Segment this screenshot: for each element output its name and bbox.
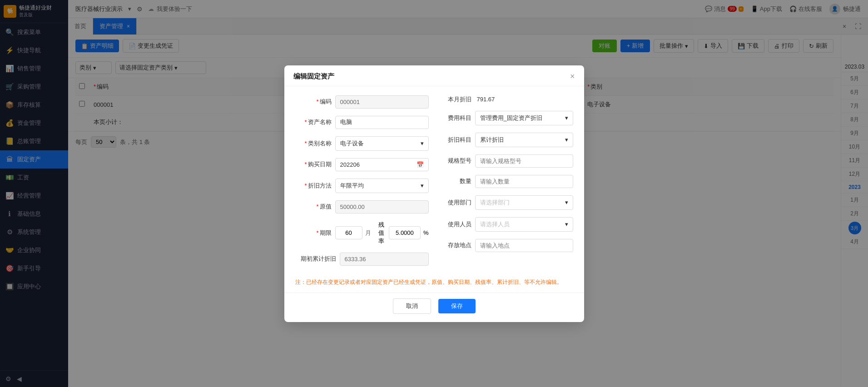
category-select[interactable]: 电子设备 ▾: [335, 136, 429, 151]
form-row-expense-subject: 费用科目 管理费用_固定资产折旧 ▾: [440, 111, 573, 125]
dialog-left-col: *编码 *资产名称 *类别名称 电子设备: [295, 95, 429, 266]
expense-subject-label: 费用科目: [440, 114, 471, 122]
form-row-purchase-date: *购买日期 202206 📅: [295, 158, 429, 171]
form-row-period-dep: 期初累计折旧: [295, 253, 429, 266]
dialog-right-col: 本月折旧 791.67 费用科目 管理费用_固定资产折旧 ▾: [440, 95, 573, 266]
quantity-input[interactable]: [475, 175, 573, 188]
dep-subject-label: 折旧科目: [440, 136, 471, 144]
location-input[interactable]: [475, 239, 573, 252]
residual-rate-label: 残值率: [378, 221, 386, 245]
dialog-header: 编辑固定资产 ×: [284, 65, 584, 86]
form-row-spec: 规格型号: [440, 154, 573, 168]
form-row-dep-subject: 折旧科目 累计折旧 ▾: [440, 133, 573, 147]
dialog-note: 注：已经存在变更记录或者对应固定资产已经生成凭证，原值、购买日期、残值率、累计折…: [284, 275, 584, 293]
spec-input[interactable]: [475, 154, 573, 168]
code-input[interactable]: [335, 95, 429, 109]
person-arrow: ▾: [565, 221, 568, 228]
category-select-arrow: ▾: [421, 140, 424, 147]
form-row-quantity: 数量: [440, 175, 573, 188]
period-input[interactable]: [335, 226, 362, 239]
dialog-title: 编辑固定资产: [293, 72, 334, 81]
dept-arrow: ▾: [565, 199, 568, 206]
dep-method-arrow: ▾: [421, 182, 424, 189]
residual-rate-group: 残值率 %: [378, 221, 429, 245]
code-label: *编码: [295, 98, 332, 106]
period-unit: 月: [365, 229, 371, 237]
monthly-dep-label: 本月折旧: [440, 95, 471, 104]
form-row-person: 使用人员 请选择人员 ▾: [440, 217, 573, 232]
purchase-date-label: *购买日期: [295, 160, 332, 169]
dep-method-select[interactable]: 年限平均 ▾: [335, 179, 429, 193]
monthly-dep-value: 791.67: [475, 96, 495, 103]
purchase-date-input[interactable]: 202206 📅: [335, 158, 429, 171]
period-label: *期限: [295, 229, 332, 237]
dialog-body: *编码 *资产名称 *类别名称 电子设备: [284, 86, 584, 275]
form-row-dep-method: *折旧方法 年限平均 ▾: [295, 179, 429, 193]
residual-rate-input[interactable]: [389, 226, 421, 239]
form-row-dept: 使用部门 请选择部门 ▾: [440, 195, 573, 210]
quantity-label: 数量: [440, 177, 471, 185]
dep-subject-select[interactable]: 累计折旧 ▾: [475, 133, 573, 147]
spec-label: 规格型号: [440, 157, 471, 165]
period-dep-label: 期初累计折旧: [295, 255, 336, 263]
location-label: 存放地点: [440, 241, 471, 249]
form-row-original-value: *原值: [295, 200, 429, 213]
dialog-close-button[interactable]: ×: [570, 72, 575, 81]
person-select[interactable]: 请选择人员 ▾: [475, 217, 573, 232]
dialog-footer: 取消 保存: [284, 293, 584, 322]
person-label: 使用人员: [440, 220, 471, 228]
save-button[interactable]: 保存: [438, 299, 476, 313]
form-row-category: *类别名称 电子设备 ▾: [295, 136, 429, 151]
original-value-label: *原值: [295, 203, 332, 211]
asset-name-input[interactable]: [335, 116, 429, 129]
period-dep-input[interactable]: [340, 253, 429, 266]
dept-select[interactable]: 请选择部门 ▾: [475, 195, 573, 210]
form-row-code: *编码: [295, 95, 429, 109]
form-row-location: 存放地点: [440, 239, 573, 252]
dept-label: 使用部门: [440, 198, 471, 207]
calendar-icon: 📅: [417, 161, 424, 168]
dialog-overlay: 编辑固定资产 × *编码 *资产名称: [0, 0, 868, 387]
form-row-asset-name: *资产名称: [295, 116, 429, 129]
form-row-period: *期限 月 残值率 %: [295, 221, 429, 245]
category-label: *类别名称: [295, 139, 332, 148]
residual-rate-unit: %: [423, 229, 429, 236]
dep-method-label: *折旧方法: [295, 182, 332, 190]
expense-subject-arrow: ▾: [565, 114, 568, 121]
dep-subject-arrow: ▾: [565, 136, 568, 143]
edit-fixed-asset-dialog: 编辑固定资产 × *编码 *资产名称: [284, 65, 584, 322]
form-row-monthly-dep: 本月折旧 791.67: [440, 95, 573, 104]
period-group: 月: [335, 226, 371, 239]
expense-subject-select[interactable]: 管理费用_固定资产折旧 ▾: [475, 111, 573, 125]
asset-name-label: *资产名称: [295, 118, 332, 126]
original-value-input[interactable]: [335, 200, 429, 213]
cancel-button[interactable]: 取消: [393, 298, 431, 314]
